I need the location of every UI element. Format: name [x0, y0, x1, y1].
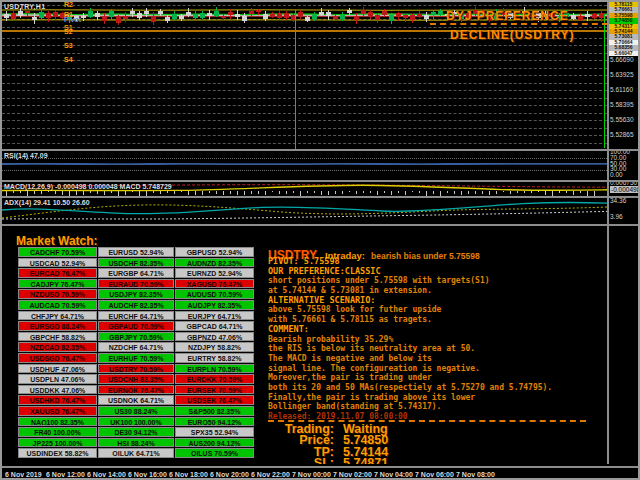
candle-body: [389, 15, 394, 21]
market-watch-cell[interactable]: EURCHF 64.71%: [98, 311, 174, 321]
market-watch-cell[interactable]: XAGUSD 76.47%: [175, 279, 254, 289]
market-watch-cell[interactable]: EURHUF 70.59%: [98, 353, 174, 363]
candle-body: [312, 15, 317, 19]
time-axis[interactable]: 6 Nov 20196 Nov 12:006 Nov 14:006 Nov 16…: [2, 466, 638, 480]
market-watch-cell[interactable]: US30 88.24%: [98, 406, 174, 416]
market-watch-cell[interactable]: FR40 100.00%: [18, 427, 97, 437]
market-watch-cell[interactable]: JP225 100.00%: [18, 438, 97, 448]
market-watch-cell[interactable]: USDCAD 52.94%: [18, 258, 97, 268]
candle-body: [39, 12, 44, 18]
market-watch-cell[interactable]: NZDCHF 64.71%: [98, 342, 174, 352]
candle-body: [270, 14, 275, 17]
market-watch-cell[interactable]: GBPCHF 58.82%: [18, 332, 97, 342]
market-watch-cell[interactable]: USDSGD 76.47%: [18, 353, 97, 363]
market-watch-cell[interactable]: USDHUF 47.06%: [18, 364, 97, 374]
market-watch-cell[interactable]: USDCHF 82.35%: [98, 258, 174, 268]
market-watch-cell[interactable]: USDNOK 64.71%: [98, 395, 174, 405]
adx-label: ADX(14) 29.41 10.50 26.60: [4, 199, 90, 206]
market-watch-cell[interactable]: EURCAD 76.47%: [18, 268, 97, 278]
commentary-lines: PIVOT: 5.75598OUR PREFERENCE:CLASSICshor…: [268, 257, 603, 422]
market-watch-cell[interactable]: HSI 88.24%: [98, 438, 174, 448]
price-chart-canvas[interactable]: R2R1PivotS1S2S3S4 USDTRY,H1 DYJ PREFEREN…: [2, 2, 607, 149]
market-watch-cell[interactable]: GBPAUD 70.59%: [98, 321, 174, 331]
trading-status-block: Trading:WaitingPrice:5.74850TP:5.74144SL…: [270, 422, 388, 464]
market-watch-cell[interactable]: GBPNZD 47.06%: [175, 332, 254, 342]
market-watch-cell[interactable]: CHFJPY 64.71%: [18, 311, 97, 321]
candle-body: [207, 13, 212, 16]
market-watch-cell[interactable]: OILUS 70.59%: [175, 448, 254, 458]
market-watch-cell[interactable]: EURGBP 64.71%: [98, 268, 174, 278]
trading-row-label: SL:: [270, 458, 334, 464]
macd-label: MACD(12,26,9) -0.000498 0.000048 MACD 5.…: [4, 183, 172, 190]
pivot-label-s4: S4: [64, 56, 73, 63]
market-watch-cell[interactable]: OILUK 64.71%: [98, 448, 174, 458]
annotation-subtitle: DECLINE(USDTRY): [450, 28, 575, 42]
price-axis[interactable]: 5.781155.766615.755985.748505.743175.741…: [609, 2, 638, 464]
market-watch-cell[interactable]: EURNZD 52.94%: [175, 268, 254, 278]
candle-body: [585, 14, 590, 17]
candle-body: [172, 14, 177, 19]
market-watch-cell[interactable]: AUDJPY 82.35%: [175, 300, 254, 310]
rsi-panel[interactable]: RSI(14) 47.09: [2, 151, 607, 180]
adx-panel[interactable]: ADX(14) 29.41 10.50 26.60: [2, 198, 607, 224]
market-watch-cell[interactable]: USDINDEX 58.82%: [18, 448, 97, 458]
market-watch-cell[interactable]: EURO50 94.12%: [175, 417, 254, 427]
candle-body: [284, 13, 289, 18]
candle-body: [193, 14, 198, 18]
commentary-line: the RIS is below its neutrality area at …: [268, 344, 603, 354]
market-watch-cell[interactable]: CADJPY 76.47%: [18, 279, 97, 289]
market-watch-cell[interactable]: USDJPY 82.35%: [98, 289, 174, 299]
market-watch-cell[interactable]: AUDCAD 70.59%: [18, 300, 97, 310]
market-watch-cell[interactable]: UK100 100.00%: [98, 417, 174, 427]
market-watch-cell[interactable]: EURSEK 70.59%: [175, 385, 254, 395]
time-axis-label: 6 Nov 16:00: [128, 471, 167, 478]
market-watch-cell[interactable]: USDSEK 76.47%: [175, 395, 254, 405]
market-watch-cell[interactable]: EURAUD 70.59%: [98, 279, 174, 289]
market-watch-cell[interactable]: EURJPY 64.71%: [175, 311, 254, 321]
candle-body: [571, 15, 576, 19]
market-watch-cell[interactable]: DE30 94.12%: [98, 427, 174, 437]
market-watch-cell[interactable]: USDHKD 76.47%: [18, 395, 97, 405]
market-watch-cell[interactable]: USDPLN 47.06%: [18, 374, 97, 384]
market-watch-cell[interactable]: USDTRY 70.59%: [98, 364, 174, 374]
symbol-period-label: USDTRY,H1: [4, 3, 45, 10]
market-watch-cell[interactable]: EURPLN 70.59%: [175, 364, 254, 374]
market-watch-cell[interactable]: GBPUSD 52.94%: [175, 247, 254, 257]
market-watch-cell[interactable]: XAUUSD 76.47%: [18, 406, 97, 416]
market-watch-cell[interactable]: EURUSD 52.94%: [98, 247, 174, 257]
market-watch-cell[interactable]: CADCHF 70.59%: [18, 247, 97, 257]
candle-body: [305, 17, 310, 21]
market-watch-cell[interactable]: NZDUSD 70.59%: [18, 289, 97, 299]
time-axis-label: 6 Nov 2019: [5, 471, 42, 478]
market-watch-cell[interactable]: AUDNZD 82.35%: [175, 258, 254, 268]
market-watch-cell[interactable]: EURTRY 58.82%: [175, 353, 254, 363]
market-watch-cell[interactable]: EURNOK 76.47%: [98, 385, 174, 395]
candle-body: [158, 11, 163, 14]
commentary-line: short positions under 5.75598 with targe…: [268, 276, 603, 286]
commentary-line: with 5.76661 & 5.78115 as tragets.: [268, 315, 603, 325]
market-watch-table: CADCHF 70.59%EURUSD 52.94%GBPUSD 52.94%U…: [18, 247, 254, 458]
market-watch-cell[interactable]: USDDKK 47.06%: [18, 385, 97, 395]
macd-panel[interactable]: MACD(12,26,9) -0.000498 0.000048 MACD 5.…: [2, 182, 607, 196]
market-watch-cell[interactable]: NZDJPY 58.82%: [175, 342, 254, 352]
candle-body: [228, 12, 233, 15]
market-watch-cell[interactable]: SPX35 52.94%: [175, 427, 254, 437]
candle-body: [438, 11, 443, 14]
market-watch-title: Market Watch:: [16, 234, 98, 248]
market-watch-cell[interactable]: AUDCHF 82.35%: [98, 300, 174, 310]
market-watch-cell[interactable]: NAQ100 82.35%: [18, 417, 97, 427]
commentary-line: Moreover,the pair is trading under: [268, 373, 603, 383]
market-watch-cell[interactable]: S&P500 82.35%: [175, 406, 254, 416]
market-watch-cell[interactable]: EURDKK 70.59%: [175, 374, 254, 384]
trading-row: Price:5.74850: [270, 433, 388, 444]
market-watch-cell[interactable]: USDCNH 82.35%: [98, 374, 174, 384]
market-watch-cell[interactable]: GBPJPY 70.59%: [98, 332, 174, 342]
pivot-label-s2: S2: [64, 28, 73, 35]
market-watch-cell[interactable]: EURSGD 88.24%: [18, 321, 97, 331]
market-watch-cell[interactable]: AUS200 94.12%: [175, 438, 254, 448]
market-watch-cell[interactable]: GBPCAD 64.71%: [175, 321, 254, 331]
commentary-line: The MACD is negative and below its: [268, 354, 603, 364]
market-watch-cell[interactable]: NZDCAD 82.35%: [18, 342, 97, 352]
market-watch-cell[interactable]: AUDUSD 70.59%: [175, 289, 254, 299]
candle-body: [410, 15, 415, 20]
